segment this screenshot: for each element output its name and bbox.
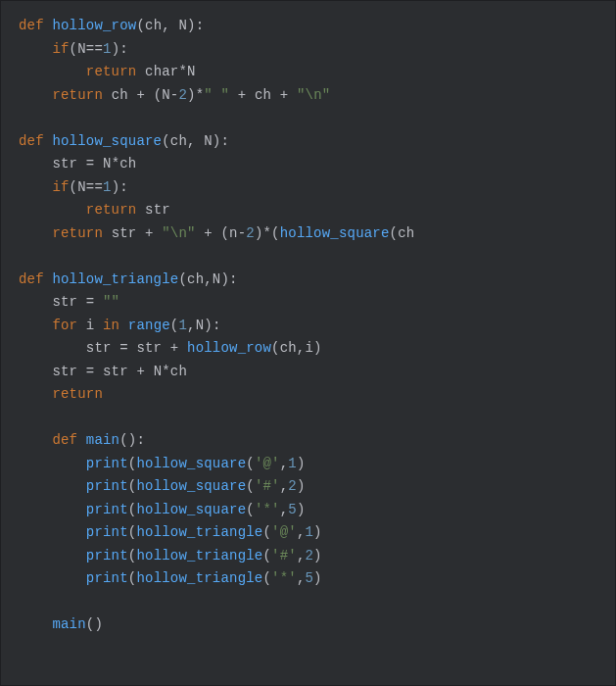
code-token: ): [112,179,128,195]
code-token: ( [271,225,280,241]
code-token [19,386,52,402]
code-token: range [128,318,170,333]
code-token: , [297,524,306,540]
code-token: i [86,318,103,333]
code-token [19,225,52,241]
code-token [19,87,52,103]
code-token: ( [262,524,271,540]
code-line [19,245,605,269]
code-token: def [19,18,52,33]
code-token: print [86,502,128,517]
code-token: ) [313,340,322,356]
code-token: - [238,225,247,241]
code-token: str [52,156,85,172]
code-token: , [187,133,204,149]
code-token: return [52,225,111,241]
code-token: hollow_triangle [52,271,178,287]
code-token: 1 [103,41,112,57]
code-token: ch [398,225,414,241]
code-token: hollow_square [280,225,390,241]
code-token: N [196,318,205,333]
code-token: ( [390,225,399,241]
code-token: ): [213,133,229,149]
code-token: hollow_row [52,18,136,33]
code-token [19,202,86,218]
code-line: def hollow_row(ch, N): [19,15,605,38]
code-token [19,156,52,172]
code-token: 5 [288,502,297,517]
code-token: 2 [288,478,297,494]
code-token: N [77,179,86,195]
code-line: return str + "\n" + (n-2)*(hollow_square… [19,222,605,246]
code-token: , [162,18,178,33]
code-token: ) [297,456,306,471]
code-token: hollow_triangle [136,524,262,540]
code-token: 1 [288,456,297,471]
code-token: in [103,318,128,333]
code-line: def hollow_triangle(ch,N): [19,269,605,292]
code-token: ) [297,478,306,494]
code-token: return [52,87,111,103]
code-token: '#' [255,478,280,494]
code-token: 2 [306,548,314,564]
code-token: N [162,87,170,103]
code-token: N [103,156,112,172]
code-token: == [86,41,103,57]
code-token: = [86,294,103,310]
code-token: ) [187,87,196,103]
code-token: ( [271,340,280,356]
code-token: def [52,432,85,448]
code-token: + [280,87,297,103]
code-token: == [86,179,103,195]
code-token: ( [70,179,78,195]
code-line [19,591,605,614]
code-token [19,570,86,586]
code-token: hollow_triangle [136,548,262,564]
code-token: ch [280,340,297,356]
code-token: return [86,202,145,218]
code-token: "\n" [162,225,195,241]
code-token: ) [313,548,322,564]
code-token: () [86,616,103,632]
code-token: ( [154,87,163,103]
code-token: print [86,524,128,540]
code-line: str = str + N*ch [19,361,605,384]
code-token: , [204,271,213,287]
code-token: def [19,271,52,287]
code-token: ch [170,133,187,149]
code-token: ch [170,364,187,379]
code-token: str [86,340,119,356]
code-token: str [136,340,169,356]
code-token: return [52,386,103,402]
code-line: print(hollow_triangle('*',5) [19,567,605,591]
code-token: N [187,64,196,79]
code-token: str [112,225,145,241]
code-token: (): [119,432,145,448]
code-token: ch [112,87,137,103]
code-token: ( [136,18,145,33]
code-token: hollow_square [136,502,246,517]
code-token: for [52,318,85,333]
code-token: , [297,548,306,564]
code-token: ( [246,456,255,471]
code-token: print [86,456,128,471]
code-token [19,294,52,310]
code-line: for i in range(1,N): [19,315,605,338]
code-token: ( [70,41,78,57]
code-token: = [119,340,136,356]
code-line [19,407,605,430]
code-token [19,318,52,333]
code-token: + [136,87,153,103]
code-token: " " [204,87,229,103]
code-token: str [145,202,170,218]
code-token: , [280,502,289,517]
code-token: ch [145,18,162,33]
code-line: str = N*ch [19,153,605,176]
code-token: hollow_square [52,133,162,149]
code-line: return char*N [19,61,605,84]
code-line: def main(): [19,429,605,453]
code-token: main [86,432,119,448]
code-token: , [297,570,306,586]
code-line: print(hollow_square('#',2) [19,475,605,499]
code-token: print [86,570,128,586]
